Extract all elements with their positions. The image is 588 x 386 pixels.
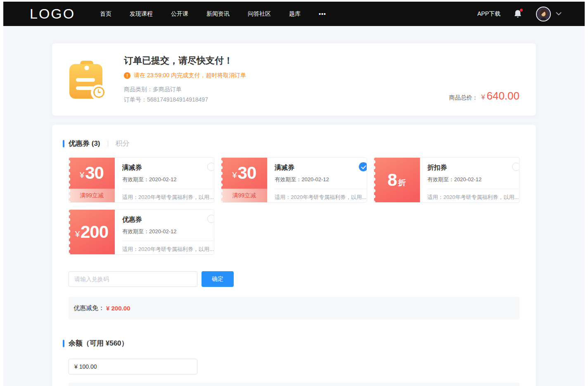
clock-icon [91, 85, 107, 100]
coupon-amount: 30 [85, 163, 104, 183]
coupon-validity: 有效期至：2020-02-12 [122, 176, 214, 189]
order-title: 订单已提交，请尽快支付！ [124, 54, 246, 67]
order-number: 订单号：5681749184914918497 [124, 95, 246, 105]
coupon-currency: ¥ [80, 171, 84, 180]
discount-label: 优惠减免： [74, 304, 104, 312]
coupon-description: 适用：2020年考研专属福利券，以用... [275, 194, 366, 201]
discount-summary-bar: 优惠减免： ¥ 200.00 [69, 297, 519, 320]
coupon-validity: 有效期至：2020-02-12 [275, 176, 366, 189]
discount-amount: ¥ 200.00 [106, 305, 130, 312]
app-download-link[interactable]: APP下载 [477, 10, 500, 18]
coupon-radio-unchecked[interactable] [207, 215, 215, 223]
coupon-radio-unchecked[interactable] [207, 163, 215, 171]
coupon-description: 适用：2020年考研专属福利券，以用... [427, 194, 519, 201]
currency-symbol: ¥ [481, 94, 485, 101]
coupon-card[interactable]: ¥200 优惠券 有效期至：2020-02-12 适用：2020年考研专属福利券… [69, 209, 214, 255]
section-accent-bar [63, 140, 64, 147]
order-category: 商品类别：多商品订单 [124, 84, 246, 95]
coupon-amount: 30 [238, 163, 256, 183]
warning-icon: ! [124, 72, 130, 79]
nav-more-icon[interactable]: ••• [319, 11, 326, 17]
tab-points[interactable]: 积分 [116, 139, 130, 148]
total-amount: 640.00 [486, 90, 519, 102]
coupon-unit: 折 [398, 178, 406, 188]
coupon-title: 折扣券 [427, 163, 519, 172]
coupon-title: 优惠券 [122, 215, 214, 224]
nav-item-open-courses[interactable]: 公开课 [171, 10, 188, 18]
balance-amount-input[interactable] [69, 359, 197, 374]
redeem-code-input[interactable] [69, 271, 197, 287]
coupon-value-stub: ¥200 [69, 209, 115, 255]
coupon-currency: ¥ [232, 171, 237, 180]
section-accent-bar [63, 340, 64, 347]
redeem-code-row: 确定 [69, 271, 519, 287]
navbar-right: APP下载 [477, 7, 562, 21]
coupon-radio-checked[interactable] [359, 162, 367, 171]
nav-item-discover-courses[interactable]: 发现课程 [130, 10, 153, 18]
coupon-condition: 满99立减 [69, 189, 115, 203]
coupon-body: 满减券 有效期至：2020-02-12 适用：2020年考研专属福利券，以用..… [115, 158, 214, 202]
balance-section-title: 余额（可用 ¥560） [63, 339, 519, 348]
page-content: 订单已提交，请尽快支付！ ! 请在 23:59:00 内完成支付，超时将取消订单… [3, 26, 585, 386]
coupon-card[interactable]: ¥30 满99立减 满减券 有效期至：2020-02-12 适用：2020年考研… [69, 157, 214, 203]
coupon-card[interactable]: 8折 折扣券 有效期至：2020-02-12 适用：2020年考研专属福利券，以… [374, 157, 519, 203]
coupon-card-selected[interactable]: ¥30 满99立减 满减券 有效期至：2020-02-12 适用：2020年考研… [221, 157, 367, 203]
coupon-body: 优惠券 有效期至：2020-02-12 适用：2020年考研专属福利券，以用..… [115, 210, 214, 254]
nav-item-news[interactable]: 新闻资讯 [206, 10, 230, 18]
total-label: 商品总价： [449, 94, 478, 102]
tab-coupons[interactable]: 优惠券 (3) [69, 139, 100, 148]
balance-title-text: 余额（可用 ¥560） [69, 339, 128, 348]
coupon-amount: 8 [387, 170, 396, 190]
order-info: 订单已提交，请尽快支付！ ! 请在 23:59:00 内完成支付，超时将取消订单… [124, 54, 246, 105]
order-summary-card: 订单已提交，请尽快支付！ ! 请在 23:59:00 内完成支付，超时将取消订单… [52, 43, 536, 116]
coupon-validity: 有效期至：2020-02-12 [427, 176, 519, 189]
avatar[interactable] [536, 7, 551, 21]
coupon-radio-unchecked[interactable] [512, 163, 519, 171]
coupon-validity: 有效期至：2020-02-12 [122, 228, 214, 241]
payment-options-card: 优惠券 (3) 积分 ¥30 满99立减 满减券 有效期至：2020-02-12… [52, 125, 536, 386]
nav-item-home[interactable]: 首页 [100, 10, 111, 18]
coupon-value-stub: 8折 [374, 157, 420, 203]
coupon-condition: 满99立减 [221, 189, 267, 203]
next-section-bar [69, 383, 519, 386]
clipboard-clock-icon [69, 61, 105, 99]
deadline-text: 请在 23:59:00 内完成支付，超时将取消订单 [134, 72, 246, 79]
coupon-amount: 200 [81, 222, 108, 242]
coupon-title: 满减券 [122, 163, 214, 172]
nav-menu: 首页 发现课程 公开课 新闻资讯 问答社区 题库 ••• [100, 10, 326, 18]
coupon-body: 折扣券 有效期至：2020-02-12 适用：2020年考研专属福利券，以用..… [420, 158, 519, 202]
coupon-tabs: 优惠券 (3) 积分 [63, 139, 519, 148]
coupon-description: 适用：2020年考研专属福利券，以用... [122, 194, 214, 201]
coupon-description: 适用：2020年考研专属福利券，以用... [122, 246, 214, 253]
nav-item-question-bank[interactable]: 题库 [289, 10, 301, 18]
coupon-currency: ¥ [75, 230, 80, 239]
unread-dot [520, 9, 523, 12]
coupon-value-stub: ¥30 满99立减 [221, 157, 267, 203]
avatar-photo [537, 7, 550, 21]
confirm-button[interactable]: 确定 [202, 271, 234, 287]
notification-bell-icon[interactable] [514, 9, 522, 19]
payment-deadline-warning: ! 请在 23:59:00 内完成支付，超时将取消订单 [124, 72, 246, 79]
tab-divider [108, 140, 108, 147]
order-meta: 商品类别：多商品订单 订单号：5681749184914918497 [124, 84, 246, 105]
coupon-grid: ¥30 满99立减 满减券 有效期至：2020-02-12 适用：2020年考研… [69, 157, 519, 255]
order-total: 商品总价： ¥ 640.00 [449, 90, 519, 102]
chevron-down-icon[interactable] [556, 12, 562, 16]
coupon-value-stub: ¥30 满99立减 [69, 157, 115, 203]
logo[interactable]: LOGO [30, 6, 73, 22]
coupon-title: 满减券 [275, 163, 366, 172]
nav-item-qa-community[interactable]: 问答社区 [248, 10, 271, 18]
top-navbar: LOGO 首页 发现课程 公开课 新闻资讯 问答社区 题库 ••• APP下载 [3, 2, 585, 26]
coupon-body: 满减券 有效期至：2020-02-12 适用：2020年考研专属福利券，以用..… [267, 158, 367, 202]
